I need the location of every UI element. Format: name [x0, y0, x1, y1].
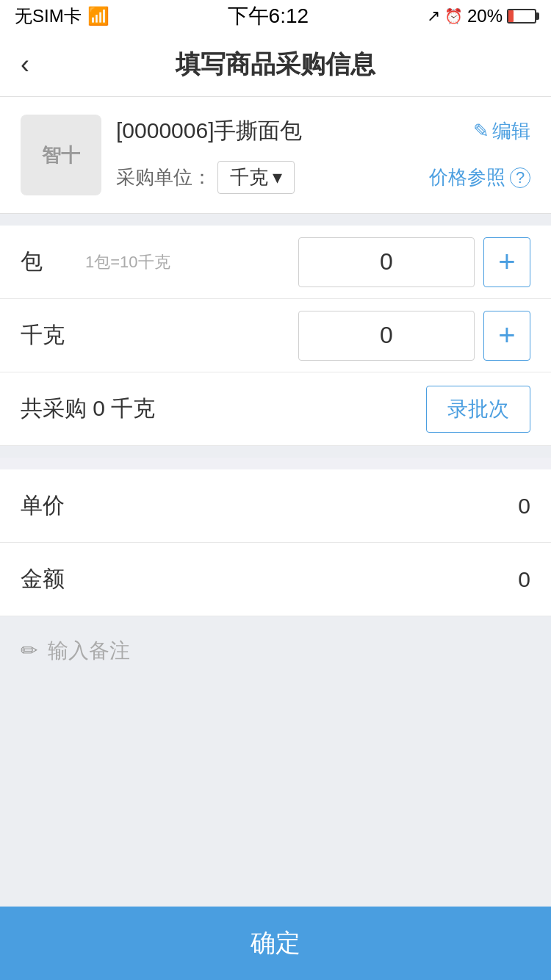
unit-price-row: 单价 0 [0, 469, 551, 543]
confirm-label: 确定 [251, 926, 300, 960]
kg-value: 0 [380, 322, 393, 349]
bag-input-row: 包 1包=10千克 0 + [0, 226, 551, 299]
bag-value: 0 [380, 248, 393, 275]
alarm-icon: ⏰ [444, 7, 463, 25]
kg-label: 千克 [21, 320, 79, 350]
amount-label: 金额 [21, 564, 65, 594]
bottom-space [0, 705, 551, 925]
bag-input-field[interactable]: 0 [298, 237, 475, 287]
battery-icon [507, 9, 536, 24]
record-batch-button[interactable]: 录批次 [426, 386, 530, 433]
amount-value: 0 [518, 567, 530, 592]
bag-plus-button[interactable]: + [483, 237, 530, 287]
section-divider-2 [0, 446, 551, 458]
unit-price-label: 单价 [21, 491, 65, 521]
price-section: 单价 0 金额 0 [0, 469, 551, 616]
battery-percent: 20% [467, 6, 503, 26]
unit-selector-area: 采购单位： 千克 ▾ [116, 161, 295, 194]
nav-bar: ‹ 填写商品采购信息 [0, 32, 551, 97]
product-name: [0000006]手撕面包 [116, 116, 302, 146]
kg-input-row: 千克 0 + [0, 299, 551, 372]
status-time: 下午6:12 [228, 2, 309, 30]
product-info: [0000006]手撕面包 ✎ 编辑 采购单位： 千克 ▾ 价格参照 ? [116, 116, 530, 194]
unit-label: 采购单位： [116, 165, 212, 190]
price-reference-button[interactable]: 价格参照 ? [429, 165, 530, 190]
section-divider-1 [0, 214, 551, 226]
input-section: 包 1包=10千克 0 + 千克 0 + 共采购 0 千克 录批次 [0, 226, 551, 446]
product-name-row: [0000006]手撕面包 ✎ 编辑 [116, 116, 530, 146]
status-left: 无SIM卡 📶 [15, 4, 109, 28]
carrier-text: 无SIM卡 [15, 4, 82, 28]
kg-input-field[interactable]: 0 [298, 311, 475, 361]
edit-icon: ✎ [473, 120, 489, 143]
confirm-bar[interactable]: 确定 [0, 907, 551, 980]
back-button[interactable]: ‹ [21, 49, 29, 80]
price-ref-label: 价格参照 [429, 165, 505, 190]
unit-value: 千克 [230, 165, 268, 190]
edit-button[interactable]: ✎ 编辑 [473, 118, 530, 144]
bag-label: 包 [21, 247, 79, 277]
status-right: ↗ ⏰ 20% [427, 6, 536, 26]
page-title: 填写商品采购信息 [176, 48, 375, 82]
location-icon: ↗ [427, 7, 440, 26]
product-image: 智十 [21, 115, 101, 195]
kg-plus-button[interactable]: + [483, 311, 530, 361]
total-label: 共采购 0 千克 [21, 394, 155, 424]
product-logo-text: 智十 [42, 143, 80, 168]
dropdown-icon: ▾ [273, 166, 282, 189]
product-unit-row: 采购单位： 千克 ▾ 价格参照 ? [116, 161, 530, 194]
unit-price-value: 0 [518, 494, 530, 519]
pencil-icon: ✏ [21, 638, 37, 663]
unit-select[interactable]: 千克 ▾ [217, 161, 295, 194]
help-icon: ? [510, 167, 530, 188]
amount-row: 金额 0 [0, 543, 551, 616]
edit-label: 编辑 [492, 118, 530, 144]
product-card: 智十 [0000006]手撕面包 ✎ 编辑 采购单位： 千克 ▾ 价格参照 ? [0, 97, 551, 214]
status-bar: 无SIM卡 📶 下午6:12 ↗ ⏰ 20% [0, 0, 551, 32]
bag-sub-label: 1包=10千克 [85, 251, 298, 273]
remark-section[interactable]: ✏ 输入备注 [0, 616, 551, 705]
total-row: 共采购 0 千克 录批次 [0, 372, 551, 446]
wifi-signal-icon: 📶 [87, 6, 109, 26]
remark-placeholder: 输入备注 [48, 637, 130, 665]
